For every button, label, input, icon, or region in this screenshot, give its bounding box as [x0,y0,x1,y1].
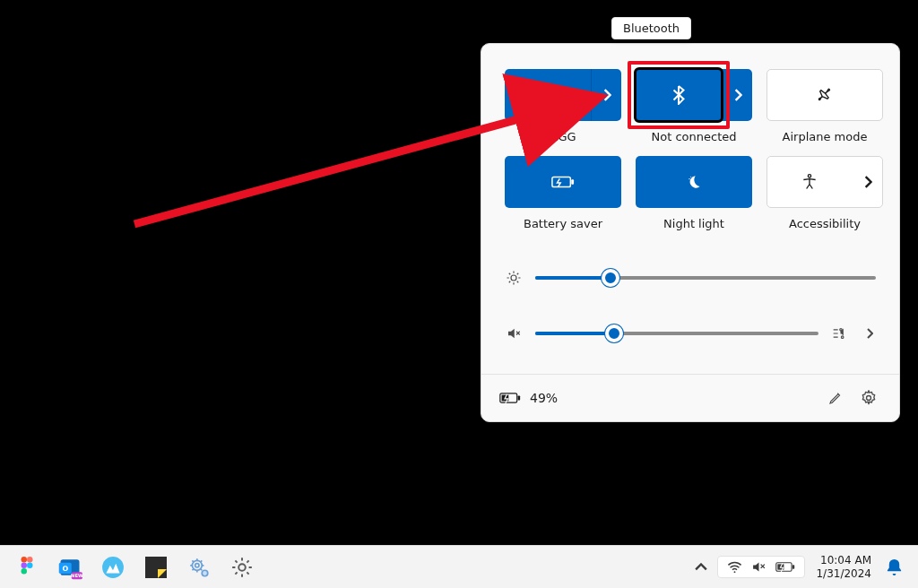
brightness-icon [505,270,523,286]
bluetooth-tooltip: Bluetooth [611,17,691,39]
svg-point-15 [27,557,33,563]
taskbar-time: 10:04 AM [816,554,871,567]
edit-button[interactable] [824,386,847,410]
tray-volume-mute-icon [751,560,766,574]
taskbar-app-nordvpn[interactable] [99,553,127,582]
svg-point-17 [27,562,33,568]
quick-settings-panel: Bluetooth RGG [481,43,900,422]
svg-point-4 [690,177,691,177]
svg-point-14 [22,557,28,563]
panel-footer: 49% [481,374,899,421]
night-light-tile[interactable] [636,156,752,208]
bluetooth-tile-wrap: Not connected [636,69,752,143]
wifi-tile[interactable] [505,69,621,121]
accessibility-tile[interactable] [766,156,883,208]
svg-point-6 [511,275,516,281]
battery-saver-tile[interactable] [505,156,621,208]
accessibility-label: Accessibility [789,217,861,230]
sliders-section [505,270,876,342]
svg-rect-1 [552,177,570,186]
volume-row [505,325,876,342]
wifi-tile-wrap: RGG [505,69,621,143]
taskbar: ONEW 10:04 [0,545,918,588]
svg-point-0 [547,99,549,100]
svg-point-12 [867,396,871,401]
taskbar-app-settings[interactable] [228,553,256,582]
svg-point-27 [195,563,199,566]
taskbar-system-tray-area: 10:04 AM 1/31/2024 [690,554,918,581]
bluetooth-icon [636,69,722,121]
svg-point-18 [22,568,28,575]
bluetooth-label: Not connected [652,130,737,143]
accessibility-icon [767,157,852,207]
brightness-slider[interactable] [535,276,876,280]
volume-mute-icon[interactable] [505,325,523,342]
night-light-label: Night light [663,217,724,230]
svg-rect-2 [571,179,574,185]
accessibility-expand-button[interactable] [852,157,882,207]
svg-point-28 [202,570,208,576]
brightness-row [505,270,876,286]
taskbar-app-sticky-notes[interactable] [142,553,170,582]
tray-wifi-icon [727,560,742,574]
svg-point-24 [102,557,124,578]
accessibility-tile-wrap: Accessibility [766,156,883,230]
battery-percent: 49% [530,391,558,405]
tray-overflow-button[interactable] [690,563,712,572]
night-light-tile-wrap: Night light [636,156,752,230]
svg-point-30 [734,571,736,573]
tray-battery-icon [775,561,795,573]
airplane-label: Airplane mode [783,130,868,143]
wifi-icon [505,69,591,121]
svg-point-16 [22,562,28,568]
quick-tiles-grid: RGG Not connected [505,69,876,230]
svg-text:NEW: NEW [71,573,82,578]
airplane-tile-wrap: Airplane mode [766,69,883,143]
svg-point-8 [841,336,844,339]
svg-rect-25 [145,557,167,578]
svg-rect-10 [518,395,521,400]
taskbar-app-services[interactable] [185,553,213,582]
bluetooth-expand-button[interactable] [722,69,752,121]
battery-saver-tile-wrap: Battery saver [505,156,621,230]
bluetooth-tile[interactable] [636,69,752,121]
night-light-icon [685,173,703,191]
settings-button[interactable] [856,385,881,411]
taskbar-app-outlook[interactable]: ONEW [56,553,84,582]
svg-rect-32 [792,565,794,569]
svg-point-5 [808,175,810,177]
battery-status-icon[interactable] [499,391,521,405]
volume-slider[interactable] [535,332,818,335]
airplane-icon [816,86,834,104]
notifications-button[interactable] [882,558,905,576]
taskbar-date: 1/31/2024 [816,567,871,581]
battery-saver-label: Battery saver [524,217,602,230]
audio-output-chevron-icon[interactable] [863,328,876,339]
taskbar-pinned: ONEW [0,553,256,582]
wifi-label: RGG [550,130,576,143]
wifi-expand-button[interactable] [591,69,621,121]
taskbar-app-figma[interactable] [13,553,41,582]
audio-output-icon[interactable] [831,326,851,341]
svg-point-3 [688,178,689,179]
airplane-tile[interactable] [766,69,883,121]
system-tray[interactable] [717,556,805,578]
svg-point-29 [238,564,246,571]
taskbar-clock[interactable]: 10:04 AM 1/31/2024 [810,554,877,581]
svg-text:O: O [62,565,68,573]
battery-saver-icon [551,174,575,190]
